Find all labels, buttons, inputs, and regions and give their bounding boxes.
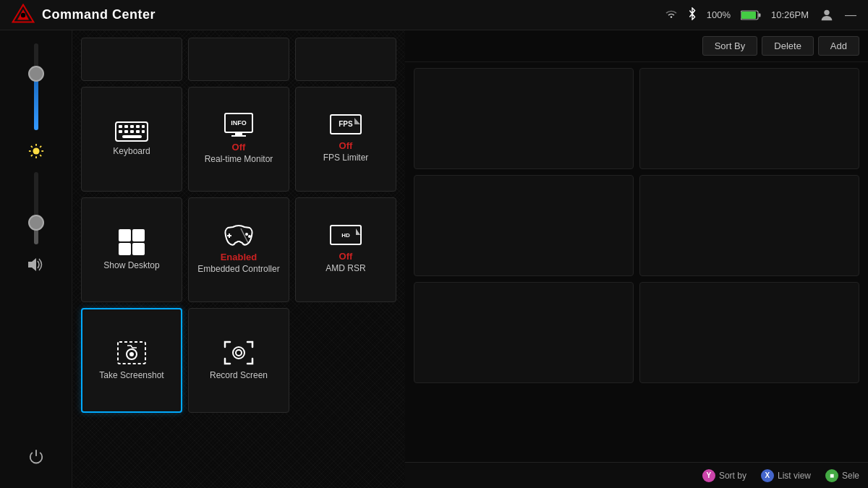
svg-rect-31 <box>235 133 242 135</box>
bottom-sortby-button[interactable]: Y Sort by <box>702 469 746 482</box>
volume-slider-track[interactable] <box>34 43 38 130</box>
sidebar <box>0 30 72 488</box>
tile-amd-status: Off <box>339 251 353 262</box>
tile-record-label: Record Screen <box>210 370 268 382</box>
user-icon <box>819 7 835 23</box>
svg-point-2 <box>21 12 25 17</box>
amd-icon: HD <box>330 225 362 247</box>
tile-partial-3 <box>295 38 396 81</box>
right-tile-3 <box>414 175 634 276</box>
titlebar-right: 100% 10:26PM — <box>665 7 856 23</box>
svg-point-52 <box>236 350 242 356</box>
brightness-slider-thumb[interactable] <box>28 215 44 231</box>
bottom-select-label: Sele <box>842 471 859 481</box>
svg-rect-38 <box>119 243 131 255</box>
sidebar-bottom <box>28 442 44 481</box>
bottom-listview-label: List view <box>778 471 811 481</box>
record-icon <box>223 340 255 366</box>
grid-row-partial <box>81 38 396 81</box>
brightness-icon[interactable] <box>28 143 44 159</box>
svg-rect-36 <box>119 229 131 241</box>
tile-show-desktop[interactable]: Show Desktop <box>81 197 182 302</box>
tile-fps-limiter[interactable]: FPS Off FPS Limiter <box>295 87 396 192</box>
right-toolbar: Sort By Delete Add <box>405 30 868 62</box>
battery-icon <box>741 10 761 20</box>
tile-embedded-controller[interactable]: Enabled Embedded Controller <box>188 197 289 302</box>
volume-icon[interactable] <box>27 257 45 272</box>
svg-rect-28 <box>122 135 142 138</box>
svg-rect-4 <box>741 12 756 19</box>
app-title: Command Center <box>42 7 156 22</box>
right-panel: Sort By Delete Add <box>405 30 868 488</box>
right-tile-4 <box>639 175 859 276</box>
volume-slider-thumb[interactable] <box>28 66 44 82</box>
right-tile-2 <box>639 68 859 169</box>
right-grid <box>405 62 868 389</box>
tile-fps-label: FPS Limiter <box>323 153 369 164</box>
brightness-slider-track[interactable] <box>34 172 38 244</box>
main-content: Keyboard INFO Off Real-time Monitor <box>72 30 405 488</box>
svg-line-15 <box>40 146 41 147</box>
svg-point-51 <box>233 347 244 359</box>
tile-amd-rsr[interactable]: HD Off AMD RSR <box>295 197 396 302</box>
bottom-listview-button[interactable]: X List view <box>761 469 811 482</box>
volume-slider-fill <box>34 74 38 130</box>
tile-record-screen[interactable]: Record Screen <box>188 308 289 413</box>
svg-marker-47 <box>356 228 360 235</box>
sort-by-button[interactable]: Sort By <box>702 36 758 56</box>
svg-point-7 <box>33 147 39 154</box>
svg-rect-25 <box>130 130 134 133</box>
keyboard-icon <box>115 121 148 142</box>
monitor-icon: INFO <box>224 113 253 137</box>
grid-row-3: Take Screenshot Record Screen <box>81 308 396 413</box>
controller-icon <box>222 224 255 247</box>
tile-keyboard[interactable]: Keyboard <box>81 87 182 192</box>
tile-grid: Keyboard INFO Off Real-time Monitor <box>72 30 405 420</box>
svg-rect-26 <box>136 130 140 133</box>
tile-take-screenshot[interactable]: Take Screenshot <box>81 308 182 413</box>
tile-realtime-label: Real-time Monitor <box>205 154 273 166</box>
power-icon[interactable] <box>28 449 44 465</box>
svg-marker-35 <box>354 118 360 124</box>
tile-controller-label: Embedded Controller <box>197 264 279 275</box>
tile-keyboard-label: Keyboard <box>113 146 150 158</box>
svg-rect-18 <box>119 125 122 128</box>
sortby-circle-icon: Y <box>702 469 715 482</box>
bluetooth-icon <box>688 7 697 22</box>
bottom-select-button[interactable]: ■ Sele <box>825 469 859 482</box>
svg-rect-23 <box>119 130 122 133</box>
svg-point-6 <box>824 9 829 14</box>
svg-point-43 <box>248 235 251 238</box>
titlebar: Command Center 100% 10:26PM <box>0 0 868 30</box>
select-circle-icon: ■ <box>825 469 838 482</box>
tile-realtime-monitor[interactable]: INFO Off Real-time Monitor <box>188 87 289 192</box>
wifi-icon <box>665 8 678 22</box>
delete-button[interactable]: Delete <box>762 36 814 56</box>
titlebar-left: Command Center <box>12 4 156 27</box>
svg-text:INFO: INFO <box>231 119 247 127</box>
add-button[interactable]: Add <box>818 36 859 56</box>
svg-point-50 <box>129 352 134 356</box>
tile-partial-1 <box>81 38 182 81</box>
svg-marker-16 <box>28 258 36 271</box>
fps-icon: FPS <box>330 114 362 136</box>
screenshot-icon <box>116 340 148 366</box>
right-tile-1 <box>414 68 634 169</box>
tile-desktop-label: Show Desktop <box>103 260 159 272</box>
listview-circle-icon: X <box>761 469 774 482</box>
svg-rect-32 <box>231 135 246 137</box>
right-tile-5 <box>414 282 634 383</box>
svg-rect-27 <box>142 130 145 133</box>
volume-slider-container <box>34 43 38 130</box>
tile-screenshot-label: Take Screenshot <box>99 370 163 382</box>
svg-point-42 <box>245 233 248 236</box>
svg-text:FPS: FPS <box>339 120 353 128</box>
battery-percent: 100% <box>707 9 731 20</box>
current-time: 10:26PM <box>771 9 809 20</box>
svg-rect-19 <box>124 125 128 128</box>
svg-line-13 <box>40 155 41 156</box>
svg-line-14 <box>30 155 32 156</box>
minimize-button[interactable]: — <box>845 9 856 22</box>
right-tile-6 <box>639 282 859 383</box>
bottom-bar: Y Sort by X List view ■ Sele <box>405 462 868 488</box>
